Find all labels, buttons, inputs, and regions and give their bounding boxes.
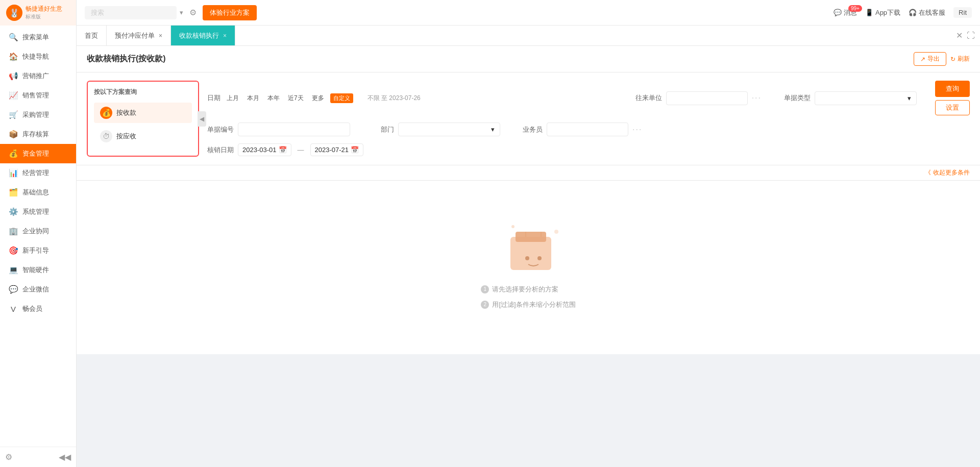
cancel-date-to-input[interactable]: 2023-07-21 📅 bbox=[310, 143, 364, 156]
prepay-tab-label: 预付冲应付单 bbox=[115, 31, 155, 40]
counterpart-label: 往来单位 bbox=[635, 93, 662, 103]
export-button[interactable]: ↗ 导出 bbox=[914, 52, 946, 66]
sidebar-logo: 🐰 畅捷通好生意 标准版 bbox=[0, 0, 76, 26]
empty-step-1: 1 请先选择要分析的方案 bbox=[481, 283, 575, 296]
sidebar-icon-hardware: 💻 bbox=[8, 265, 18, 275]
sidebar-item-shortcut[interactable]: 🏠快捷导航 bbox=[0, 47, 76, 66]
content-area: 收款核销执行(按收款) ↗ 导出 ↻ 刷新 按以下方案查询 💰 按收款 bbox=[77, 46, 980, 467]
solution-button[interactable]: 体验行业方案 bbox=[203, 5, 257, 20]
phone-icon: 📱 bbox=[865, 9, 873, 16]
receipt-icon: 💰 bbox=[100, 107, 112, 119]
close-tab-icon[interactable]: ✕ bbox=[956, 31, 963, 40]
message-button[interactable]: 💬 消息 99+ bbox=[834, 8, 857, 17]
settings-icon[interactable]: ⚙ bbox=[5, 452, 12, 462]
sidebar-item-operation[interactable]: 📊经营管理 bbox=[0, 163, 76, 183]
dept-select[interactable]: ▾ bbox=[398, 122, 500, 136]
filter-by-receivable[interactable]: ⏱ 按应收 bbox=[94, 126, 192, 146]
prepay-tab-close-icon[interactable]: × bbox=[159, 32, 162, 39]
refresh-button[interactable]: ↻ 刷新 bbox=[950, 52, 970, 66]
salesman-dots-icon[interactable]: ··· bbox=[632, 125, 642, 134]
sidebar-item-purchase[interactable]: 🛒采购管理 bbox=[0, 105, 76, 125]
empty-text: 1 请先选择要分析的方案 2 用[过滤]条件来缩小分析范围 bbox=[481, 283, 575, 313]
date-tab-this-year[interactable]: 本年 bbox=[265, 93, 282, 104]
gear-icon[interactable]: ⚙ bbox=[189, 8, 197, 17]
date-custom-badge[interactable]: 自定义 bbox=[330, 93, 353, 103]
sidebar-item-hardware[interactable]: 💻智能硬件 bbox=[0, 260, 76, 280]
counterpart-input[interactable] bbox=[666, 91, 748, 105]
doc-no-field: 单据编号 bbox=[207, 122, 350, 136]
doc-no-label: 单据编号 bbox=[207, 125, 234, 134]
salesman-label: 业务员 bbox=[523, 125, 543, 134]
app-download-button[interactable]: 📱 App下载 bbox=[865, 8, 900, 17]
export-icon: ↗ bbox=[920, 56, 925, 63]
date-tab-7days[interactable]: 近7天 bbox=[286, 93, 306, 104]
logo-icon: 🐰 bbox=[6, 5, 22, 21]
tabbar: 首页 预付冲应付单 × 收款核销执行 × ✕ ⛶ bbox=[77, 26, 980, 46]
sidebar-item-search[interactable]: 🔍搜索菜单 bbox=[0, 28, 76, 47]
doc-no-input[interactable] bbox=[238, 122, 350, 136]
collapse-sidebar-icon[interactable]: ◀◀ bbox=[59, 452, 71, 462]
sidebar-item-sales[interactable]: 📈销售管理 bbox=[0, 86, 76, 105]
user-avatar[interactable]: Rit bbox=[953, 7, 972, 18]
empty-step-2-text: 用[过滤]条件来缩小分析范围 bbox=[492, 298, 575, 311]
sidebar-label-search: 搜索菜单 bbox=[22, 33, 49, 42]
page-title: 收款核销执行(按收款) bbox=[87, 54, 166, 64]
sidebar-item-guide[interactable]: 🎯新手引导 bbox=[0, 241, 76, 260]
date-separator: — bbox=[298, 146, 304, 154]
filter-fields: 日期 上月 本月 本年 近7天 更多 自定义 不限 至 2023-07-26 bbox=[207, 81, 970, 157]
sidebar-icon-sales: 📈 bbox=[8, 91, 18, 100]
step-2-num: 2 bbox=[481, 301, 489, 309]
page-header: 收款核销执行(按收款) ↗ 导出 ↻ 刷新 bbox=[77, 46, 980, 72]
date-tab-last-month[interactable]: 上月 bbox=[225, 93, 241, 104]
sidebar-item-corp[interactable]: 🏢企业协同 bbox=[0, 222, 76, 241]
query-button[interactable]: 查询 bbox=[935, 81, 970, 97]
online-service-button[interactable]: 🎧 在线客服 bbox=[909, 8, 945, 17]
collect-tab-close-icon[interactable]: × bbox=[223, 32, 227, 39]
svg-point-6 bbox=[511, 225, 514, 228]
dept-label: 部门 bbox=[381, 125, 394, 134]
by-receivable-label: 按应收 bbox=[116, 132, 136, 141]
collect-tab-label: 收款核销执行 bbox=[179, 31, 219, 40]
date-tab-more[interactable]: 更多 bbox=[310, 93, 326, 104]
sidebar-item-finance[interactable]: 💰资金管理 bbox=[0, 144, 76, 163]
main: 搜索 ▾ ⚙ 体验行业方案 💬 消息 99+ 📱 App下载 🎧 在线客服 Ri… bbox=[77, 0, 980, 467]
calendar-to-icon[interactable]: 📅 bbox=[351, 146, 359, 154]
expand-icon[interactable]: ⛶ bbox=[967, 31, 975, 40]
sidebar-icon-guide: 🎯 bbox=[8, 246, 18, 255]
cancel-date-from-input[interactable]: 2023-03-01 📅 bbox=[238, 143, 291, 156]
svg-point-7 bbox=[554, 230, 558, 234]
collapse-filter-left-button[interactable]: ◀ bbox=[198, 111, 206, 127]
sidebar-item-marketing[interactable]: 📢营销推广 bbox=[0, 66, 76, 86]
dropdown-arrow-icon[interactable]: ▾ bbox=[180, 9, 183, 16]
counterpart-dots-icon[interactable]: ··· bbox=[752, 93, 762, 103]
sidebar-item-member[interactable]: V畅会员 bbox=[0, 299, 76, 318]
setting-button[interactable]: 设置 bbox=[935, 100, 970, 115]
filter-area: 按以下方案查询 💰 按收款 ⏱ 按应收 ◀ 日期 bbox=[77, 72, 980, 165]
sidebar-item-basic[interactable]: 🗂️基础信息 bbox=[0, 183, 76, 202]
filter-scheme-panel: 按以下方案查询 💰 按收款 ⏱ 按应收 ◀ bbox=[87, 81, 199, 157]
tab-prepay[interactable]: 预付冲应付单 × bbox=[107, 26, 171, 45]
sidebar-nav: 🔍搜索菜单🏠快捷导航📢营销推广📈销售管理🛒采购管理📦库存核算💰资金管理📊经营管理… bbox=[0, 26, 76, 447]
message-icon: 💬 bbox=[834, 9, 842, 16]
date-range-display: 不限 至 2023-07-26 bbox=[368, 94, 421, 103]
sidebar-item-wechat[interactable]: 💬企业微信 bbox=[0, 280, 76, 299]
collapse-more-button[interactable]: 《 收起更多条件 bbox=[925, 168, 970, 177]
logo-text: 畅捷通好生意 bbox=[26, 5, 62, 13]
filter-by-receipt[interactable]: 💰 按收款 bbox=[94, 103, 192, 123]
sidebar-item-system[interactable]: ⚙️系统管理 bbox=[0, 202, 76, 222]
date-filter-field: 日期 上月 本月 本年 近7天 更多 自定义 bbox=[207, 93, 353, 104]
calendar-from-icon[interactable]: 📅 bbox=[279, 146, 287, 154]
doc-type-select[interactable]: ▾ bbox=[815, 91, 917, 105]
receivable-icon: ⏱ bbox=[100, 130, 112, 142]
cancel-date-field: 核销日期 2023-03-01 📅 — 2023-07-21 📅 bbox=[207, 143, 363, 156]
sidebar-item-inventory[interactable]: 📦库存核算 bbox=[0, 125, 76, 144]
svg-point-2 bbox=[525, 256, 529, 260]
tab-collect[interactable]: 收款核销执行 × bbox=[171, 26, 235, 45]
salesman-input[interactable] bbox=[547, 122, 628, 136]
sidebar-label-guide: 新手引导 bbox=[22, 246, 49, 255]
tab-home[interactable]: 首页 bbox=[77, 26, 107, 45]
date-tab-this-month[interactable]: 本月 bbox=[245, 93, 261, 104]
step-1-num: 1 bbox=[481, 285, 489, 293]
home-tab-label: 首页 bbox=[85, 31, 98, 40]
message-badge: 99+ bbox=[848, 5, 862, 12]
